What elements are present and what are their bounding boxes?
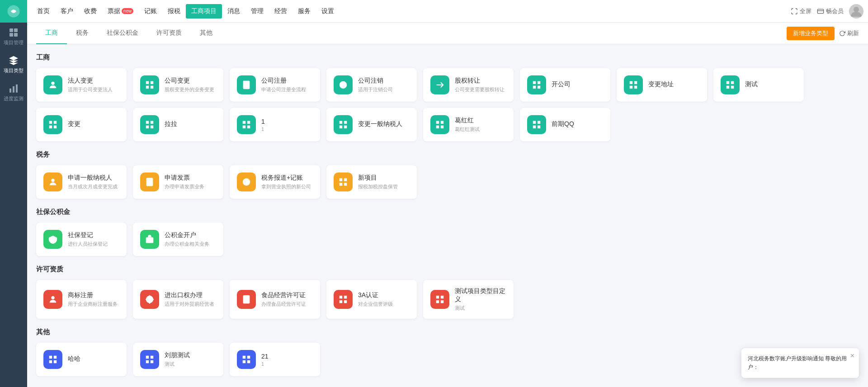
svg-rect-58	[538, 126, 540, 128]
sidebar-label: 进度监测	[4, 95, 24, 102]
card-desc: 对企业信誉评级	[358, 301, 410, 308]
refresh-button[interactable]: 刷新	[839, 29, 859, 37]
logo[interactable]	[0, 0, 27, 23]
card-name: 变更地址	[648, 80, 700, 89]
nav-industry[interactable]: 工商项目	[186, 4, 222, 19]
card-open-company[interactable]: 开公司	[520, 68, 610, 102]
card-new-project[interactable]: 新项目 报税加税控盘保管	[326, 165, 417, 199]
card-icon	[140, 290, 159, 309]
svg-rect-77	[344, 296, 347, 298]
member-label: 畅会员	[826, 7, 844, 15]
card-test[interactable]: 测试	[713, 68, 804, 102]
svg-rect-84	[49, 356, 52, 359]
subtab-license[interactable]: 许可资质	[147, 23, 191, 44]
card-company-cancel[interactable]: 公司注销 适用于注销公司	[326, 68, 417, 102]
card-change-taxpayer[interactable]: 变更一般纳税人	[326, 108, 417, 141]
nav-invoice[interactable]: 票据 new	[102, 0, 139, 23]
subtab-industry[interactable]: 工商	[36, 23, 67, 44]
svg-point-10	[854, 7, 859, 12]
card-icon	[334, 173, 353, 191]
card-name: 变更一般纳税人	[358, 120, 410, 128]
card-desc: 葛红红测试	[455, 126, 506, 133]
card-company-register[interactable]: 公司注册 申请公司注册全流程	[230, 68, 320, 102]
svg-rect-8	[817, 9, 823, 13]
card-company-change[interactable]: 公司变更 股权变更外的业务变更	[133, 68, 223, 102]
card-liupeng-test[interactable]: 刘朋测试 测试	[133, 343, 223, 376]
new-type-button[interactable]: 新增业务类型	[787, 27, 835, 40]
svg-rect-1	[9, 28, 13, 32]
sidebar-item-project-manage[interactable]: 项目管理	[0, 23, 27, 51]
svg-rect-39	[146, 121, 149, 124]
member-btn[interactable]: 畅会员	[817, 7, 844, 15]
nav-settings[interactable]: 设置	[316, 0, 340, 23]
card-desc: 申请公司注册全流程	[261, 86, 313, 93]
card-desc: 办理申请发票业务	[165, 183, 216, 190]
card-name: 1	[261, 118, 313, 125]
subtab-social[interactable]: 社保公积金	[98, 23, 147, 44]
svg-rect-42	[151, 126, 153, 128]
svg-rect-54	[441, 126, 443, 128]
card-tax-report[interactable]: 税务报道+记账 拿到营业执照的新公司	[230, 165, 320, 199]
card-lala[interactable]: 拉拉	[133, 108, 223, 141]
nav-customer[interactable]: 客户	[55, 0, 79, 23]
card-ge-hong-hong[interactable]: 葛红红 葛红红测试	[423, 108, 514, 141]
card-name: 申请一般纳税人	[68, 174, 119, 182]
nav-billing[interactable]: 收费	[79, 0, 102, 23]
card-legal-change[interactable]: 法人变更 适用于公司变更法人	[36, 68, 127, 102]
nav-message[interactable]: 消息	[222, 0, 245, 23]
card-equity-transfer[interactable]: 股权转让 公司变更需要股权转让	[423, 68, 514, 102]
card-icon	[43, 173, 62, 191]
card-desc: 1	[261, 126, 313, 132]
nav-home[interactable]: 首页	[32, 0, 55, 23]
svg-rect-93	[247, 356, 250, 359]
nav-business[interactable]: 经营	[269, 0, 292, 23]
svg-rect-51	[436, 121, 439, 124]
svg-rect-49	[340, 126, 342, 128]
svg-rect-57	[533, 126, 536, 128]
card-fund-open[interactable]: 公积金开户 办理公积金相关业务	[133, 223, 223, 256]
svg-rect-56	[538, 121, 540, 124]
nav-tax[interactable]: 报税	[162, 0, 186, 23]
card-trademark[interactable]: 商标注册 用于企业商标注册服务	[36, 280, 127, 319]
sidebar-item-project-type[interactable]: 项目类型	[0, 51, 27, 79]
nav-service[interactable]: 服务	[292, 0, 316, 23]
card-desc: 适用于公司变更法人	[68, 86, 119, 93]
card-icon	[527, 75, 546, 94]
card-food-license[interactable]: 食品经营许可证 办理食品经营许可证	[230, 280, 320, 319]
nav-account[interactable]: 记账	[139, 0, 162, 23]
new-badge: new	[122, 8, 133, 14]
card-change[interactable]: 变更	[36, 108, 127, 141]
fullscreen-btn[interactable]: 全屏	[791, 7, 811, 15]
card-haha[interactable]: 哈哈	[36, 343, 127, 376]
card-one[interactable]: 1 1	[230, 108, 320, 141]
subtab-tax[interactable]: 税务	[67, 23, 98, 44]
nav-manage[interactable]: 管理	[245, 0, 269, 23]
card-name: 开公司	[552, 80, 603, 89]
subtab-other[interactable]: 其他	[191, 23, 222, 44]
avatar[interactable]	[849, 4, 863, 19]
notification-close-btn[interactable]: ×	[850, 352, 854, 360]
sidebar-item-progress[interactable]: 进度监测	[0, 79, 27, 107]
subtabs-right: 新增业务类型 刷新	[787, 27, 859, 40]
svg-rect-40	[151, 121, 153, 124]
card-social-register[interactable]: 社保登记 进行人员社保登记	[36, 223, 127, 256]
card-import-export[interactable]: 进出口权办理 适用于对外贸易经营者	[133, 280, 223, 319]
svg-rect-94	[243, 360, 245, 363]
card-early-qq[interactable]: 前期QQ	[520, 108, 610, 141]
svg-rect-30	[634, 86, 637, 89]
card-3a-cert[interactable]: 3A认证 对企业信誉评级	[326, 280, 417, 319]
card-desc: 测试	[165, 361, 216, 368]
card-test-type[interactable]: 测试项目类型目定义 测试	[423, 280, 514, 319]
svg-point-11	[51, 82, 54, 85]
card-desc: 1	[261, 361, 313, 367]
card-icon	[430, 290, 449, 309]
card-twenty-one[interactable]: 21 1	[230, 343, 320, 376]
card-apply-taxpayer[interactable]: 申请一般纳税人 当月或次月成变更完成	[36, 165, 127, 199]
svg-rect-87	[54, 360, 57, 363]
card-apply-invoice[interactable]: 申请发票 办理申请发票业务	[133, 165, 223, 199]
card-change-address[interactable]: 变更地址	[617, 68, 707, 102]
svg-rect-50	[344, 126, 347, 128]
svg-rect-82	[436, 300, 439, 303]
card-icon	[430, 115, 449, 134]
svg-rect-92	[243, 356, 245, 359]
